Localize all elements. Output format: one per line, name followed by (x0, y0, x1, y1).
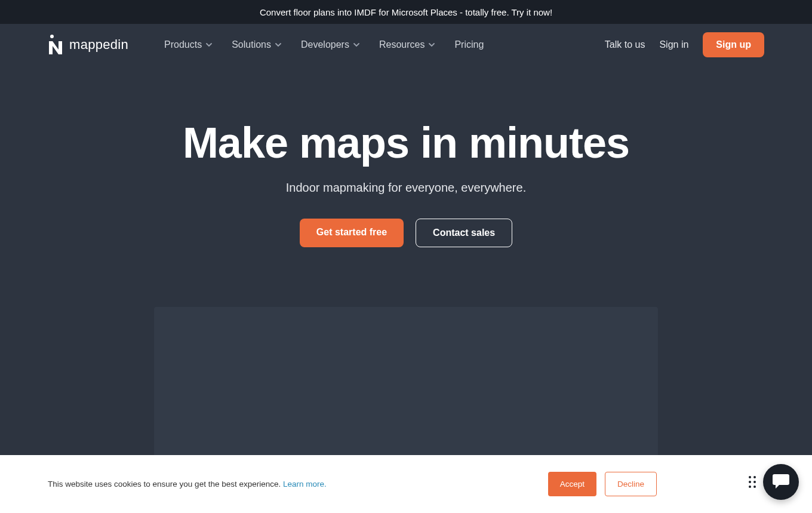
svg-point-0 (50, 35, 54, 38)
announcement-text: Convert floor plans into IMDF for Micros… (260, 7, 552, 17)
main-nav: Products Solutions Developers Resources … (164, 39, 484, 50)
brand-name: mappedin (69, 37, 128, 53)
chevron-down-icon (428, 41, 435, 48)
drag-handle-icon[interactable] (749, 476, 756, 488)
get-started-button[interactable]: Get started free (300, 219, 404, 247)
nav-label: Resources (379, 39, 425, 50)
cookie-buttons: Accept Decline (548, 472, 657, 496)
cookie-consent-bar: This website uses cookies to ensure you … (0, 455, 812, 513)
brand-logo[interactable]: mappedin (48, 34, 128, 56)
nav-label: Products (164, 39, 202, 50)
nav-item-products[interactable]: Products (164, 39, 213, 50)
chevron-down-icon (275, 41, 282, 48)
nav-label: Developers (301, 39, 349, 50)
nav-label: Pricing (454, 39, 484, 50)
nav-item-solutions[interactable]: Solutions (232, 39, 282, 50)
chevron-down-icon (205, 41, 213, 48)
chat-widget (749, 464, 799, 500)
contact-sales-button[interactable]: Contact sales (416, 219, 512, 247)
cookie-accept-button[interactable]: Accept (548, 472, 596, 496)
hero-section: Make maps in minutes Indoor mapmaking fo… (0, 66, 812, 247)
cookie-decline-button[interactable]: Decline (605, 472, 657, 496)
nav-item-developers[interactable]: Developers (301, 39, 360, 50)
cookie-learn-more-link[interactable]: Learn more. (283, 480, 327, 489)
sign-up-button[interactable]: Sign up (703, 32, 764, 57)
hero-preview-placeholder (154, 307, 658, 456)
main-header: mappedin Products Solutions Developers R… (0, 24, 812, 66)
announcement-banner[interactable]: Convert floor plans into IMDF for Micros… (0, 0, 812, 24)
header-actions: Talk to us Sign in Sign up (605, 32, 764, 57)
nav-label: Solutions (232, 39, 271, 50)
nav-item-resources[interactable]: Resources (379, 39, 435, 50)
cookie-message: This website uses cookies to ensure you … (48, 480, 283, 489)
talk-to-us-link[interactable]: Talk to us (605, 39, 645, 50)
hero-subtitle: Indoor mapmaking for everyone, everywher… (0, 181, 812, 195)
logo-mark-icon (48, 34, 63, 56)
hero-title: Make maps in minutes (0, 119, 812, 167)
hero-cta-group: Get started free Contact sales (0, 219, 812, 247)
nav-item-pricing[interactable]: Pricing (454, 39, 484, 50)
chat-launcher-button[interactable] (763, 464, 799, 500)
cookie-text: This website uses cookies to ensure you … (48, 480, 327, 489)
chevron-down-icon (353, 41, 360, 48)
chat-icon (772, 472, 790, 492)
sign-in-link[interactable]: Sign in (659, 39, 688, 50)
